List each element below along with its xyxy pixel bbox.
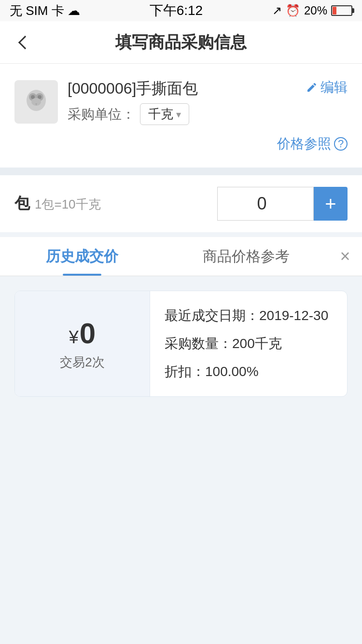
unit-dropdown[interactable]: 千克 ▾ xyxy=(140,103,189,125)
page-title: 填写商品采购信息 xyxy=(115,31,247,54)
location-icon: ↗ xyxy=(272,4,282,17)
recent-date-value: 2019-12-30 xyxy=(259,308,328,323)
tab-product-price[interactable]: 商品价格参考 xyxy=(164,237,328,276)
purchase-qty-row: 采购数量：200千克 xyxy=(165,334,333,354)
edit-icon xyxy=(306,82,318,93)
discount-label: 折扣： xyxy=(165,364,205,379)
quantity-input[interactable] xyxy=(217,187,314,221)
battery-percent: 20% xyxy=(304,4,327,17)
status-left: 无 SIM 卡 ☁ xyxy=(10,2,80,19)
nav-bar: 填写商品采购信息 xyxy=(0,21,362,64)
price-ref-label: 价格参照 xyxy=(277,135,331,153)
product-name: [0000006]手撕面包 xyxy=(68,78,198,99)
back-button[interactable] xyxy=(14,32,36,53)
unit-label: 采购单位： xyxy=(68,105,135,124)
tab-history-label: 历史成交价 xyxy=(46,247,118,266)
help-icon: ? xyxy=(334,137,348,151)
price-card-left: ¥0 交易2次 xyxy=(15,291,150,396)
price-card-right: 最近成交日期：2019-12-30 采购数量：200千克 折扣：100.00% xyxy=(150,291,347,396)
close-icon: × xyxy=(340,246,350,266)
status-time: 下午6:12 xyxy=(150,1,203,20)
price-card: ¥0 交易2次 最近成交日期：2019-12-30 采购数量：200千克 折扣：… xyxy=(14,291,348,397)
purchase-qty-value: 200千克 xyxy=(232,336,282,351)
product-section: [0000006]手撕面包 采购单位： 千克 ▾ 编辑 价格参照 ? xyxy=(0,64,362,168)
tabs-section: 历史成交价 商品价格参考 × ¥0 交易2次 最近成交日期：2019-12-30… xyxy=(0,232,362,644)
tabs-header: 历史成交价 商品价格参考 × xyxy=(0,237,362,276)
product-image-placeholder xyxy=(22,85,51,118)
product-header: [0000006]手撕面包 采购单位： 千克 ▾ 编辑 xyxy=(14,78,348,125)
quantity-unit: 包 xyxy=(14,193,30,214)
trade-count: 交易2次 xyxy=(60,354,104,371)
status-bar: 无 SIM 卡 ☁ 下午6:12 ↗ ⏰ 20% xyxy=(0,0,362,21)
product-info: [0000006]手撕面包 采购单位： 千克 ▾ xyxy=(68,78,198,125)
back-arrow-icon xyxy=(18,35,32,49)
discount-row: 折扣：100.00% xyxy=(165,362,333,382)
main-content-area xyxy=(0,411,362,644)
battery-icon xyxy=(331,5,352,16)
price-card-container: ¥0 交易2次 最近成交日期：2019-12-30 采购数量：200千克 折扣：… xyxy=(0,276,362,411)
purchase-qty-label: 采购数量： xyxy=(165,336,232,351)
discount-value: 100.00% xyxy=(205,364,259,379)
tab-close-button[interactable]: × xyxy=(328,237,362,276)
recent-date-label: 最近成交日期： xyxy=(165,308,259,323)
sim-status: 无 SIM 卡 ☁ xyxy=(10,2,80,19)
tab-history-price[interactable]: 历史成交价 xyxy=(0,237,164,276)
product-unit-row: 采购单位： 千克 ▾ xyxy=(68,103,198,125)
quantity-section: 包 1包=10千克 + xyxy=(0,175,362,232)
alarm-icon: ⏰ xyxy=(286,4,300,17)
price-reference-button[interactable]: 价格参照 ? xyxy=(277,135,348,153)
unit-value: 千克 xyxy=(148,106,173,123)
product-footer: 价格参照 ? xyxy=(14,135,348,153)
currency-symbol: ¥ xyxy=(69,327,79,347)
edit-label: 编辑 xyxy=(320,78,348,97)
owl-icon xyxy=(22,85,51,114)
section-divider xyxy=(0,168,362,175)
status-right: ↗ ⏰ 20% xyxy=(272,4,352,17)
product-thumbnail xyxy=(14,80,58,124)
edit-button[interactable]: 编辑 xyxy=(306,78,348,97)
product-left: [0000006]手撕面包 采购单位： 千克 ▾ xyxy=(14,78,198,125)
dropdown-arrow-icon: ▾ xyxy=(176,109,181,120)
quantity-label: 包 1包=10千克 xyxy=(14,193,101,214)
quantity-plus-button[interactable]: + xyxy=(314,187,348,221)
price-display: ¥0 xyxy=(69,317,96,350)
quantity-input-group: + xyxy=(217,187,348,221)
price-number: 0 xyxy=(80,317,96,350)
quantity-conversion: 1包=10千克 xyxy=(35,196,101,213)
tab-product-label: 商品价格参考 xyxy=(203,247,290,266)
recent-date-row: 最近成交日期：2019-12-30 xyxy=(165,306,333,326)
